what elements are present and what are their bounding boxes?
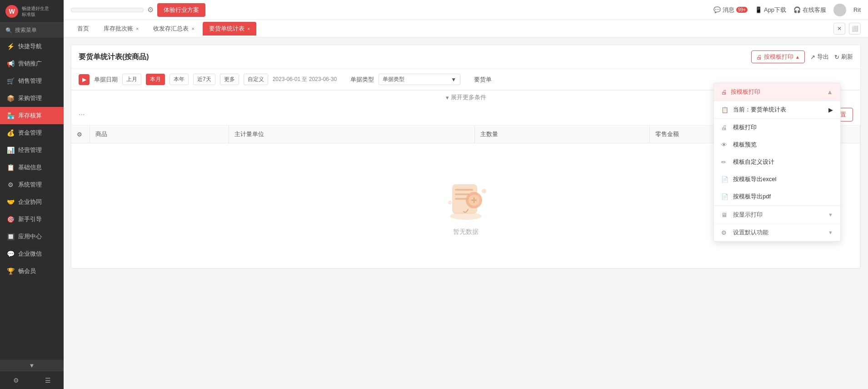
sidebar-item-label: 销售管理 [18, 77, 42, 85]
dropdown-template-custom[interactable]: ✏ 模板自定义设计 [714, 153, 840, 171]
sidebar-item-label: 经营管理 [18, 146, 42, 154]
sidebar-scroll-down[interactable]: ▼ [0, 360, 64, 371]
sidebar-item-purchase[interactable]: 📦采购管理 [0, 90, 64, 107]
tab-close-icon[interactable]: × [191, 26, 194, 31]
avatar[interactable] [833, 4, 846, 16]
tab-close-icon[interactable]: × [136, 26, 139, 31]
filter-expand-btn[interactable]: ▶ [79, 74, 90, 85]
template-print-btn[interactable]: 🖨 按模板打印 ▲ [751, 51, 805, 63]
custom-icon: ✏ [721, 159, 728, 166]
purchase-icon: 📦 [6, 95, 15, 102]
sidebar-item-operation[interactable]: 📊经营管理 [0, 141, 64, 159]
menu-icon[interactable]: ☰ [45, 377, 51, 384]
page-content: 要货单统计表(按商品) 🖨 按模板打印 ▲ ↗ 导出 ↻ 刷新 [64, 37, 868, 389]
sidebar-item-sales[interactable]: 🛒销售管理 [0, 72, 64, 90]
current-icon: 📋 [721, 106, 728, 113]
sidebar-item-basic[interactable]: 📋基础信息 [0, 159, 64, 176]
wechat-icon: 💬 [6, 250, 15, 258]
tab-inventory-batch[interactable]: 库存批次账× [97, 22, 145, 35]
header-search[interactable] [71, 8, 144, 12]
export-btn[interactable]: ↗ 导出 [810, 53, 829, 61]
svg-rect-2 [455, 189, 473, 191]
sidebar-item-label: 快捷导航 [18, 42, 42, 51]
chevron-right-icon: ▶ [828, 106, 833, 113]
date-prev-month-btn[interactable]: 上月 [122, 74, 141, 85]
date-filter-label: 单据日期 [94, 76, 118, 84]
date-current-year-btn[interactable]: 本年 [170, 74, 189, 85]
date-current-month-btn[interactable]: 本月 [146, 74, 165, 85]
tab-home[interactable]: 首页 [71, 22, 95, 35]
online-service-action[interactable]: 🎧 在线客服 [793, 6, 826, 14]
more-options-btn[interactable]: ··· [79, 111, 85, 119]
app-download-action[interactable]: 📱 App下载 [755, 6, 786, 14]
date-7days-btn[interactable]: 近7天 [193, 74, 215, 85]
settings-icon[interactable]: ⚙ [13, 377, 19, 384]
sidebar-item-label: 营销推广 [18, 60, 42, 68]
operation-icon: 📊 [6, 147, 15, 154]
dropdown-export-pdf[interactable]: 📄 按模板导出pdf [714, 188, 840, 205]
dropdown-display-print[interactable]: 🖥 按显示打印 ▼ [714, 206, 840, 223]
panel-header-actions: 🖨 按模板打印 ▲ ↗ 导出 ↻ 刷新 [751, 51, 853, 63]
quick-nav-icon: ⚡ [6, 43, 15, 50]
pdf-icon: 📄 [721, 193, 728, 200]
app-icon: 📱 [755, 6, 762, 13]
empty-illustration [443, 175, 489, 221]
sidebar-item-label: 新手引导 [18, 215, 42, 223]
col-settings[interactable]: ⚙ [71, 126, 90, 143]
tab-collection-summary[interactable]: 收发存汇总表× [147, 22, 200, 35]
date-custom-btn[interactable]: 自定义 [244, 74, 268, 85]
tab-close-icon[interactable]: × [247, 26, 250, 31]
page-title: 要货单统计表(按商品) [79, 52, 149, 62]
dropdown-set-default[interactable]: ⚙ 设置默认功能 ▼ [714, 223, 840, 241]
sidebar-item-enterprise[interactable]: 🤝企业协同 [0, 193, 64, 211]
dropdown-close-btn[interactable]: ▲ [827, 88, 833, 96]
tabs-bar: 首页 库存批次账×收发存汇总表×要货单统计表× ✕ ⬜ [64, 20, 868, 37]
preview-icon: 👁 [721, 141, 728, 148]
sidebar-item-label: 企业协同 [18, 198, 42, 206]
sidebar-item-wechat[interactable]: 💬企业微信 [0, 245, 64, 263]
sidebar-logo: W 畅捷通好生意 标准版 [0, 0, 64, 23]
sidebar-item-label: 系统管理 [18, 181, 42, 189]
template-print-dropdown: 🖨 按模板打印 ▲ 📋 当前：要货单统计表 ▶ 🖨 模板打印 [713, 83, 841, 242]
col-product: 商品 [90, 126, 229, 143]
dropdown-export-excel[interactable]: 📄 按模板导出excel [714, 171, 840, 188]
date-more-btn[interactable]: 更多 [220, 74, 239, 85]
dropdown-template-preview[interactable]: 👁 模板预览 [714, 136, 840, 153]
inventory-icon: 🏪 [6, 112, 15, 119]
industry-btn[interactable]: 体验行业方案 [157, 3, 205, 17]
close-tab-btn[interactable]: ✕ [833, 23, 845, 35]
sidebar-search[interactable]: 🔍 搜索菜单 [0, 23, 64, 38]
sidebar-nav: ⚡快捷导航📢营销推广🛒销售管理📦采购管理🏪库存核算💰资金管理📊经营管理📋基础信息… [0, 38, 64, 360]
maximize-btn[interactable]: ⬜ [849, 23, 861, 35]
top-header: ⚙ 体验行业方案 💬 消息 99+ 📱 App下载 🎧 在线客服 Rit [64, 0, 868, 20]
message-icon: 💬 [713, 6, 721, 13]
svg-point-10 [448, 201, 452, 204]
col-unit: 主计量单位 [229, 126, 475, 143]
sidebar-item-quick-nav[interactable]: ⚡快捷导航 [0, 38, 64, 55]
sidebar-item-label: 资金管理 [18, 129, 42, 137]
tab-label: 库存批次账 [104, 25, 133, 33]
dropdown-header: 🖨 按模板打印 ▲ [714, 83, 840, 101]
messages-action[interactable]: 💬 消息 99+ [713, 6, 748, 14]
tab-order-stats[interactable]: 要货单统计表× [203, 22, 256, 35]
header-left: ⚙ 体验行业方案 [71, 3, 708, 17]
header-settings-icon[interactable]: ⚙ [147, 5, 154, 14]
chevron-down-icon-3: ▼ [828, 230, 833, 235]
sidebar-item-system[interactable]: ⚙系统管理 [0, 176, 64, 193]
sidebar-item-label: 采购管理 [18, 94, 42, 102]
dropdown-current-item[interactable]: 📋 当前：要货单统计表 ▶ [714, 101, 840, 118]
dropdown-template-print[interactable]: 🖨 模板打印 [714, 119, 840, 136]
sidebar-item-finance[interactable]: 💰资金管理 [0, 124, 64, 141]
date-range: 2023-06-01 至 2023-06-30 [273, 76, 337, 83]
sidebar-item-appstore[interactable]: 🔲应用中心 [0, 228, 64, 245]
sidebar-item-member[interactable]: 🏆畅会员 [0, 263, 64, 280]
sidebar-item-newbie[interactable]: 🎯新手引导 [0, 211, 64, 228]
sidebar-item-inventory[interactable]: 🏪库存核算 [0, 107, 64, 124]
enterprise-icon: 🤝 [6, 198, 15, 206]
sidebar-item-marketing[interactable]: 📢营销推广 [0, 55, 64, 72]
printer-icon-dropdown: 🖨 [721, 89, 727, 96]
header-right: 💬 消息 99+ 📱 App下载 🎧 在线客服 Rit [713, 4, 861, 16]
member-icon: 🏆 [6, 268, 15, 275]
doc-type-select[interactable]: 单据类型 ▼ [379, 74, 460, 85]
refresh-btn[interactable]: ↻ 刷新 [834, 53, 853, 61]
